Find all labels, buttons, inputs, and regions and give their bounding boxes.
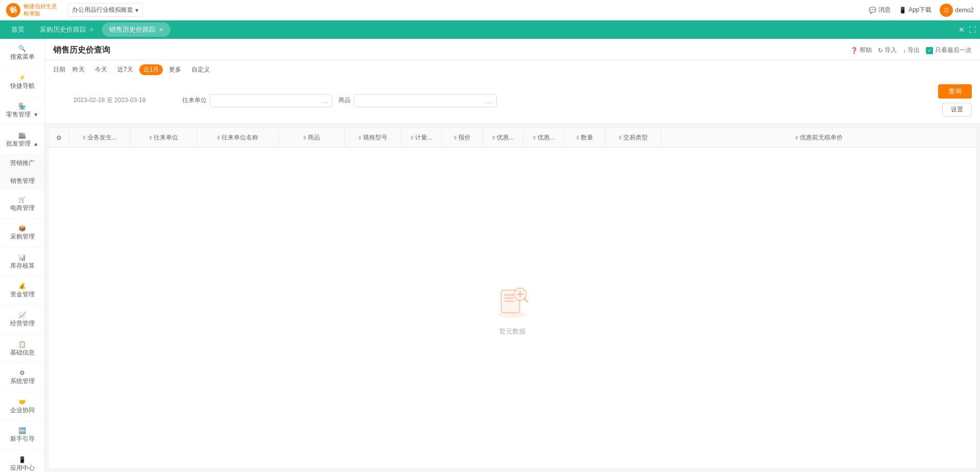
product-dots[interactable]: ... — [485, 96, 492, 105]
export-action[interactable]: ↓ 导出 — [903, 46, 920, 55]
gear-settings-icon[interactable]: ⚙ — [56, 134, 62, 141]
svg-rect-3 — [504, 297, 513, 299]
col-product[interactable]: 商品 — [279, 129, 345, 146]
retail-icon: 🏪 — [2, 103, 42, 110]
help-icon: ❓ — [850, 47, 858, 54]
date-filter-group: 日期 昨天 今天 近7天 近1月 更多 自定义 — [53, 64, 214, 75]
tab-home[interactable]: 首页 — [4, 22, 32, 37]
col-sort-spec — [358, 135, 361, 140]
sidebar-item-marketing[interactable]: 营销推广 — [0, 154, 44, 172]
avatar: D — [940, 4, 953, 17]
date-option-today[interactable]: 今天 — [91, 64, 111, 75]
col-sort-tax-price — [795, 135, 798, 140]
col-price[interactable]: 报价 — [442, 129, 483, 146]
col-dis2[interactable]: 优惠... — [524, 129, 565, 146]
top-bar-right: 💬 消息 📱 App下载 D demo2 — [869, 4, 974, 17]
maximize-icon[interactable]: ⛶ — [969, 26, 976, 34]
sidebar-item-search-menu[interactable]: 🔍 搜索菜单 — [0, 39, 44, 68]
col-dis1[interactable]: 优惠... — [483, 129, 524, 146]
sidebar-item-wholesale[interactable]: 🏬 批发管理 ▲ — [0, 126, 44, 155]
only-last-checkbox[interactable]: ✓ 只看最后一次 — [926, 46, 972, 55]
sidebar-item-new-guide[interactable]: 🆕 新手引导 — [0, 421, 44, 450]
export-icon: ↓ — [903, 47, 906, 54]
sidebar-item-app-center[interactable]: 📱 应用中心 — [0, 450, 44, 472]
col-unit[interactable]: 计量... — [401, 129, 442, 146]
tab-sales[interactable]: 销售历史价跟踪 ✕ — [102, 22, 170, 37]
sidebar-item-system[interactable]: ⚙ 系统管理 — [0, 363, 44, 392]
query-button[interactable]: 查询 — [938, 84, 972, 99]
quick-nav-icon: ⚡ — [2, 74, 42, 81]
top-bar: 畅 畅捷信好生意 标准版 办公用品行业模拟账套 ▾ 💬 消息 📱 App下载 D… — [0, 0, 980, 20]
partner-input[interactable] — [214, 97, 321, 104]
product-input[interactable] — [358, 97, 485, 104]
sidebar-item-retail[interactable]: 🏪 零售管理 ▼ — [0, 97, 44, 126]
col-sort-product — [303, 135, 306, 140]
ecommerce-icon: 🛒 — [2, 196, 42, 203]
tab-purchase-close[interactable]: ✕ — [89, 27, 94, 33]
col-sort-dis1 — [492, 135, 495, 140]
help-action[interactable]: ❓ 帮助 — [850, 46, 872, 55]
product-filter-label: 商品 — [338, 96, 351, 105]
page-title: 销售历史价查询 — [53, 45, 110, 56]
sidebar-item-enterprise-collab[interactable]: 🤝 企业协同 — [0, 392, 44, 421]
settings-button[interactable]: 设置 — [942, 103, 972, 116]
empty-illustration — [492, 280, 533, 321]
date-option-more[interactable]: 更多 — [165, 64, 185, 75]
import-action[interactable]: ↻ 导入 — [878, 46, 897, 55]
tab-sales-close[interactable]: ✕ — [159, 27, 163, 33]
date-option-custom[interactable]: 自定义 — [187, 64, 214, 75]
finance-icon: 💰 — [2, 282, 42, 290]
sidebar-item-ecommerce[interactable]: 🛒 电商管理 — [0, 190, 44, 219]
close-tab-icon[interactable]: ✕ — [959, 26, 965, 34]
col-unit-name[interactable]: 往来单位名称 — [197, 129, 279, 146]
retail-expand-arrow: ▼ — [33, 112, 38, 117]
sidebar-item-base-info[interactable]: 📋 基础信息 — [0, 335, 44, 364]
sidebar-item-operations[interactable]: 📈 经营管理 — [0, 305, 44, 335]
partner-dots[interactable]: ... — [321, 96, 328, 105]
sidebar-item-finance[interactable]: 💰 资金管理 — [0, 276, 44, 305]
date-filter-label: 日期 — [53, 65, 65, 74]
col-tax-price[interactable]: 优惠前无税单价 — [662, 129, 976, 146]
col-qty[interactable]: 数量 — [565, 129, 605, 146]
col-trade[interactable]: 交易类型 — [605, 129, 662, 146]
logo-text: 畅捷信好生意 标准版 — [23, 3, 57, 16]
search-menu-icon: 🔍 — [2, 45, 42, 52]
collab-icon: 🤝 — [2, 398, 42, 406]
col-spec[interactable]: 规格型号 — [345, 129, 401, 146]
date-option-1month[interactable]: 近1月 — [139, 64, 163, 75]
logo-area: 畅 畅捷信好生意 标准版 — [6, 3, 57, 17]
col-gear[interactable]: ⚙ — [49, 130, 69, 146]
purchase-icon: 📦 — [2, 225, 42, 232]
user-profile[interactable]: D demo2 — [940, 4, 974, 17]
date-options: 昨天 今天 近7天 近1月 更多 自定义 — [68, 64, 214, 75]
page-header: 销售历史价查询 ❓ 帮助 ↻ 导入 ↓ 导出 ✓ 只看最后一次 — [45, 39, 980, 60]
top-bar-left: 畅 畅捷信好生意 标准版 办公用品行业模拟账套 ▾ — [6, 3, 143, 17]
svg-rect-4 — [504, 300, 514, 302]
sidebar-item-sales-mgmt[interactable]: 销售管理 — [0, 172, 44, 190]
message-action[interactable]: 💬 消息 — [869, 6, 891, 14]
app-selector[interactable]: 办公用品行业模拟账套 ▾ — [67, 3, 143, 17]
empty-text: 暂元数据 — [499, 327, 526, 336]
tab-purchase[interactable]: 采购历史价跟踪 ✕ — [33, 22, 101, 37]
app-download-action[interactable]: 📱 App下载 — [899, 6, 932, 14]
wholesale-expand-arrow: ▲ — [33, 141, 38, 147]
col-sort-trade — [619, 135, 622, 140]
col-sort-price — [454, 135, 457, 140]
tab-sales-label: 销售历史价跟踪 — [109, 25, 156, 34]
product-filter-input-container: ... — [354, 94, 497, 107]
operations-icon: 📈 — [2, 312, 42, 319]
content-area: 销售历史价查询 ❓ 帮助 ↻ 导入 ↓ 导出 ✓ 只看最后一次 — [45, 39, 980, 472]
date-option-7days[interactable]: 近7天 — [113, 64, 137, 75]
sidebar-item-purchase[interactable]: 📦 采购管理 — [0, 219, 44, 248]
date-option-yesterday[interactable]: 昨天 — [68, 64, 89, 75]
filter-bar: 日期 昨天 今天 近7天 近1月 更多 自定义 2023-02-18 至 202… — [45, 60, 980, 124]
col-sort-dis2 — [533, 135, 536, 140]
col-sort-qty — [576, 135, 579, 140]
col-date[interactable]: 业务发生... — [69, 129, 131, 146]
date-range-display: 2023-02-18 至 2023-03-18 — [74, 97, 145, 104]
col-unit-code[interactable]: 往来单位 — [131, 129, 197, 146]
sidebar-item-inventory[interactable]: 📊 库存核算 — [0, 248, 44, 277]
tab-bar: 首页 采购历史价跟踪 ✕ 销售历史价跟踪 ✕ ✕ ⛶ — [0, 20, 980, 39]
table-wrapper: ⚙ 业务发生... 往来单位 — [49, 128, 976, 468]
sidebar-item-quick-nav[interactable]: ⚡ 快捷导航 — [0, 68, 44, 97]
